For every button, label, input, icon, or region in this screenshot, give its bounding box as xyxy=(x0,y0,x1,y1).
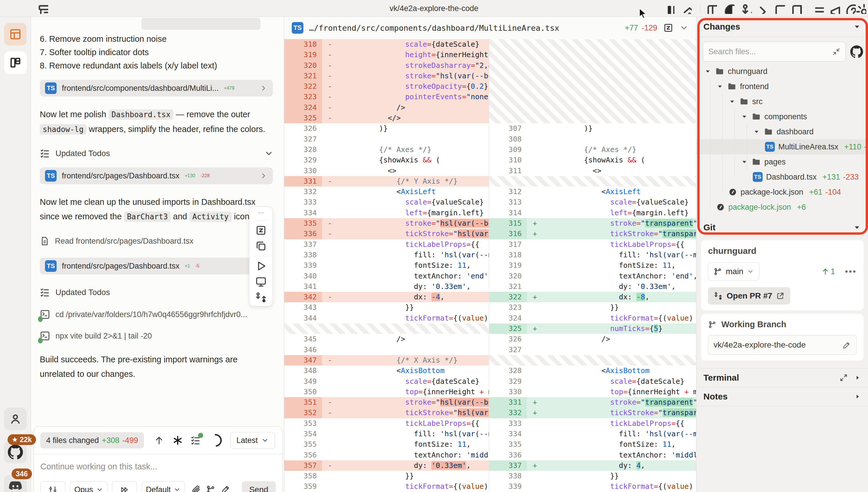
github-cat-icon[interactable] xyxy=(206,485,216,492)
diff-line[interactable]: 340 textAnchor: 'end', xyxy=(284,271,489,281)
diff-line[interactable]: 336- tickStroke="hsl(var(--border))" xyxy=(284,228,489,239)
pause-icon[interactable] xyxy=(663,3,674,14)
pen-icon[interactable] xyxy=(220,485,230,492)
diff-line[interactable]: 317 tickLabelProps={{ xyxy=(489,239,696,250)
account-button[interactable] xyxy=(4,408,27,430)
diff-line[interactable]: 325+ numTicks={5} xyxy=(489,323,696,334)
diff-old-column[interactable]: 318- scale={dateScale}319- height={inner… xyxy=(284,39,489,492)
snippet-icon[interactable] xyxy=(255,224,267,236)
preview-monitor-icon[interactable] xyxy=(255,276,267,288)
file-diff-chip[interactable]: TS frontend/src/pages/Dashboard.tsx +1 -… xyxy=(40,257,273,274)
diff-line[interactable]: 312 <AxisLeft xyxy=(489,187,696,197)
search-files-box[interactable] xyxy=(703,42,846,62)
panel-left-icon[interactable] xyxy=(706,3,717,14)
diff-line[interactable]: 341 dy: '0.33em', xyxy=(284,281,489,292)
diff-line[interactable]: 319 fontSize: 11, xyxy=(489,260,696,271)
diff-line[interactable]: 350 top={innerHeight + margin.top} xyxy=(284,387,489,397)
diff-line[interactable]: 309 {/* Axes */} xyxy=(489,145,696,155)
diff-line[interactable]: 346 xyxy=(284,345,489,355)
diff-line[interactable]: 320 textAnchor: 'end', xyxy=(489,271,696,281)
diff-line[interactable]: 320- strokeDasharray="2,4" xyxy=(284,60,489,71)
settings-gear-icon[interactable] xyxy=(855,3,866,14)
diff-line[interactable]: 318- scale={dateScale} xyxy=(284,39,489,50)
diff-line[interactable]: 349 scale={dateScale} xyxy=(284,376,489,387)
diff-line[interactable]: 329 {showAxis && ( xyxy=(284,155,489,165)
git-compare-icon[interactable] xyxy=(255,292,267,303)
search-input[interactable] xyxy=(708,47,832,56)
diff-line[interactable]: 321 dy: '0.33em', xyxy=(489,281,696,292)
diff-line[interactable]: 315+ stroke="transparent" xyxy=(489,218,696,228)
diff-line[interactable]: 332+ tickStroke="transparent" xyxy=(489,408,696,418)
diff-line[interactable]: 331- {/* Y Axis */} xyxy=(284,176,489,187)
diff-line[interactable]: 351- stroke="hsl(var(--border))" xyxy=(284,397,489,408)
diff-line[interactable]: 310 {showAxis && ( xyxy=(489,155,696,165)
diff-line[interactable]: 328 {/* Axes */} xyxy=(284,145,489,155)
file-diff-chip[interactable]: TS frontend/src/components/dashboard/Mul… xyxy=(40,80,273,97)
git-compare-icon[interactable] xyxy=(741,3,752,14)
diff-line[interactable]: 325- </> xyxy=(284,113,489,123)
run-icon[interactable] xyxy=(255,260,267,272)
open-pr-button[interactable]: Open PR #7 xyxy=(708,287,790,304)
diff-line[interactable]: 339 fontSize: 11, xyxy=(284,260,489,271)
message-input[interactable]: Continue working on this task... xyxy=(40,462,276,471)
diff-line[interactable]: 338 fill: 'hsl(var(--muted-foreground))'… xyxy=(284,250,489,260)
diff-line[interactable]: 319- height={innerHeight} xyxy=(284,50,489,60)
notes-section-header[interactable]: Notes xyxy=(697,387,868,406)
diff-line[interactable]: 327 xyxy=(284,134,489,145)
diff-line[interactable]: 343 }} xyxy=(284,302,489,313)
diff-line[interactable]: 358 }} xyxy=(284,471,489,481)
diff-line[interactable]: 333 scale={valueScale} xyxy=(284,197,489,207)
todos-status-icon[interactable] xyxy=(190,435,201,446)
diff-line[interactable]: 332 <AxisLeft xyxy=(284,187,489,197)
diff-line[interactable]: 337 tickLabelProps={{ xyxy=(284,239,489,250)
read-file-row[interactable]: Read frontend/src/pages/Dashboard.tsx xyxy=(40,236,274,246)
drag-handle-icon[interactable] xyxy=(255,210,267,216)
working-branch-input[interactable]: vk/4e2a-explore-the-code xyxy=(708,335,857,355)
diff-line[interactable]: 333 tickLabelProps={{ xyxy=(489,418,696,429)
diff-line[interactable]: 313 scale={valueScale} xyxy=(489,197,696,207)
tree-folder-frontend[interactable]: frontend xyxy=(697,79,868,94)
diff-line[interactable]: 322- strokeOpacity={0.2} xyxy=(284,81,489,92)
terminal-command-row[interactable]: npx vite build 2>&1 | tail -20 xyxy=(40,331,274,341)
snippet-icon[interactable] xyxy=(663,23,674,33)
composer-settings-button[interactable] xyxy=(40,481,65,492)
diff-line[interactable]: 324- /> xyxy=(284,102,489,113)
megaphone-icon[interactable] xyxy=(829,3,840,14)
diff-line[interactable]: 323- pointerEvents="none" xyxy=(284,92,489,102)
diff-line[interactable]: 345 /> xyxy=(284,334,489,344)
spark-icon[interactable] xyxy=(172,435,183,446)
diff-line[interactable]: 347- {/* X Axis */} xyxy=(284,355,489,366)
diff-line[interactable]: 334 fill: 'hsl(var(--muted-foreground))'… xyxy=(489,429,696,439)
more-menu[interactable]: ••• xyxy=(845,267,857,276)
monitor-icon[interactable] xyxy=(774,3,785,14)
attach-icon[interactable] xyxy=(191,485,201,492)
diff-line[interactable]: 352- tickStroke="hsl(var(--border))" xyxy=(284,408,489,418)
diff-line[interactable]: 326 /> xyxy=(489,334,696,344)
diff-line[interactable]: 324 tickFormat={(value) => xyxy=(489,313,696,323)
fast-forward-button[interactable] xyxy=(112,481,137,492)
diff-line[interactable]: 354 fill: 'hsl(var(--muted-foreground))'… xyxy=(284,429,489,439)
branch-dropdown[interactable]: main xyxy=(708,262,759,281)
chat-bubble-icon[interactable] xyxy=(723,3,734,14)
diff-line[interactable]: 339 tickFormat={(value) => xyxy=(489,481,696,492)
kanban-tab[interactable] xyxy=(4,51,27,74)
mode-dropdown[interactable]: Default xyxy=(142,481,185,492)
diff-line[interactable]: 342- dx: -4, xyxy=(284,292,489,302)
menu-icon[interactable] xyxy=(813,3,824,14)
tree-folder-churnguard[interactable]: churnguard xyxy=(697,64,868,79)
model-dropdown[interactable]: Opus xyxy=(70,481,108,492)
diff-line[interactable]: 330 <> xyxy=(284,166,489,176)
diff-line[interactable]: 357- dy: '0.33em', xyxy=(284,460,489,471)
diff-line[interactable]: 353 tickLabelProps={{ xyxy=(284,418,489,429)
diff-line[interactable]: 321- stroke="hsl(var(--border))" xyxy=(284,71,489,81)
diff-line[interactable]: 355 fontSize: 11, xyxy=(284,439,489,450)
diff-line[interactable]: 329 scale={dateScale} xyxy=(489,376,696,387)
tree-file-package-lock.json[interactable]: package-lock.json+6 xyxy=(697,200,868,215)
updated-todos-row[interactable]: Updated Todos xyxy=(40,287,274,298)
expand-icon[interactable] xyxy=(839,373,848,382)
diff-line[interactable]: 322+ dx: -8, xyxy=(489,292,696,302)
help-icon[interactable] xyxy=(845,3,856,14)
copy-icon[interactable] xyxy=(255,240,267,252)
file-diff-chip[interactable]: TS frontend/src/pages/Dashboard.tsx +130… xyxy=(40,167,273,184)
arrow-up-icon[interactable] xyxy=(154,435,164,446)
